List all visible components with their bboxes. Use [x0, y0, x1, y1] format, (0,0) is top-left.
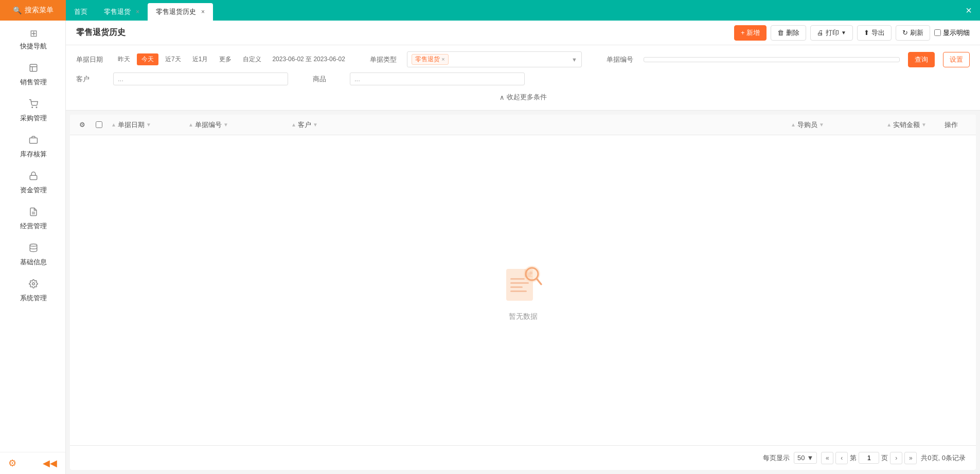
svg-line-17	[537, 279, 541, 284]
svg-point-18	[529, 271, 532, 275]
svg-rect-11	[510, 278, 525, 280]
filter-row-2: 客户 ... 商品 ...	[76, 72, 970, 85]
date-option-last-month[interactable]: 近1月	[188, 53, 213, 65]
main-layout: ⊞ 快捷导航 销售管理 采购管理 库存核算 资金管理	[0, 21, 980, 474]
show-detail-checkbox[interactable]: 显示明细	[934, 28, 970, 38]
tab-home[interactable]: 首页	[66, 3, 96, 21]
th-guide[interactable]: ▲ 导购员 ▼	[787, 120, 869, 130]
export-btn[interactable]: ⬆ 导出	[857, 25, 892, 41]
table-header: ⚙ ▲ 单据日期 ▼ ▲ 单据编号 ▼ ▲ 客户 ▼	[70, 115, 976, 135]
doc-type-tag: 零售退货 ×	[412, 54, 449, 65]
sort-up-icon-3: ▲	[291, 122, 296, 127]
collapse-icon: ∧	[500, 94, 505, 101]
sort-up-icon-2: ▲	[188, 122, 193, 127]
svg-point-7	[30, 244, 37, 247]
window-close-btn[interactable]: ×	[966, 5, 972, 15]
print-icon: 🖨	[817, 29, 824, 37]
doc-type-label: 单据类型	[370, 55, 399, 64]
th-customer[interactable]: ▲ 客户 ▼	[287, 120, 787, 130]
sidebar-item-sales-mgmt[interactable]: 销售管理	[0, 56, 65, 92]
sidebar: ⊞ 快捷导航 销售管理 采购管理 库存核算 资金管理	[0, 21, 66, 474]
show-detail-input[interactable]	[934, 29, 941, 36]
audio-icon[interactable]: ◀◀	[43, 458, 57, 469]
page-prev-btn[interactable]: ‹	[835, 452, 848, 464]
inventory-icon	[29, 135, 38, 147]
sidebar-item-sys-mgmt[interactable]: 系统管理	[0, 272, 65, 308]
empty-text: 暂无数据	[509, 312, 538, 321]
page-next-btn[interactable]: ›	[890, 452, 902, 464]
header-actions: + 新增 🗑 删除 🖨 打印 ▼ ⬆ 导出 ↻ 刷新	[734, 25, 970, 41]
filter-area: 单据日期 昨天 今天 近7天 近1月 更多 自定义 2023-06-02 至 2…	[66, 45, 980, 111]
th-checkbox[interactable]	[91, 121, 107, 128]
filter-row-1: 单据日期 昨天 今天 近7天 近1月 更多 自定义 2023-06-02 至 2…	[76, 51, 970, 67]
date-option-yesterday[interactable]: 昨天	[113, 53, 135, 65]
customer-label: 客户	[76, 75, 105, 84]
refresh-icon: ↻	[902, 29, 908, 37]
settings-icon[interactable]: ⚙	[8, 458, 16, 469]
sort-up-icon-5: ▲	[886, 122, 892, 127]
top-bar-right: ×	[966, 5, 980, 15]
doc-number-input[interactable]	[644, 57, 900, 62]
sidebar-item-finance[interactable]: 资金管理	[0, 164, 65, 200]
sidebar-item-basic-info[interactable]: 基础信息	[0, 236, 65, 272]
date-option-more[interactable]: 更多	[215, 53, 236, 65]
th-amount[interactable]: ▲ 实销金额 ▼	[869, 120, 931, 130]
date-option-last7[interactable]: 近7天	[161, 53, 186, 65]
sidebar-item-quick-nav-label: 快捷导航	[20, 42, 47, 51]
page-last-btn[interactable]: »	[904, 452, 917, 464]
th-settings[interactable]: ⚙	[74, 121, 91, 129]
sort-up-icon-4: ▲	[791, 122, 796, 127]
sidebar-item-ops-mgmt[interactable]: 经营管理	[0, 200, 65, 236]
svg-point-1	[32, 107, 33, 108]
query-btn[interactable]: 查询	[908, 52, 935, 67]
tab-retail-return-history-label: 零售退货历史	[156, 7, 196, 16]
sidebar-item-quick-nav[interactable]: ⊞ 快捷导航	[0, 21, 65, 56]
print-btn[interactable]: 🖨 打印 ▼	[810, 25, 853, 41]
sidebar-item-sys-mgmt-label: 系统管理	[20, 294, 47, 303]
svg-point-2	[36, 107, 37, 108]
ops-mgmt-icon	[29, 207, 38, 219]
top-bar: 🔍 搜索菜单 首页 零售退货 × 零售退货历史 × ×	[0, 0, 980, 21]
tab-retail-return-history-close[interactable]: ×	[201, 8, 205, 15]
doc-type-tag-close[interactable]: ×	[441, 56, 444, 62]
sort-down-icon-4: ▼	[819, 122, 824, 127]
customer-placeholder: ...	[118, 75, 123, 83]
page-summary: 共0页, 0条记录	[921, 453, 966, 463]
sidebar-item-purchase-mgmt[interactable]: 采购管理	[0, 92, 65, 128]
select-all-checkbox[interactable]	[96, 121, 102, 128]
th-number[interactable]: ▲ 单据编号 ▼	[184, 120, 287, 130]
tab-home-label: 首页	[74, 7, 87, 16]
settings-btn[interactable]: 设置	[943, 52, 970, 67]
page-header: 零售退货历史 + 新增 🗑 删除 🖨 打印 ▼ ⬆ 导出 ↻	[66, 21, 980, 45]
date-option-custom[interactable]: 自定义	[238, 53, 266, 65]
per-page-dropdown-icon: ▼	[807, 454, 813, 462]
tab-retail-return-close[interactable]: ×	[136, 8, 139, 15]
sidebar-item-inventory-label: 库存核算	[20, 150, 47, 159]
goods-input[interactable]: ...	[350, 72, 525, 85]
empty-state: 暂无数据	[500, 260, 546, 321]
collapse-btn[interactable]: ∧ 收起更多条件	[76, 90, 970, 104]
search-menu-btn[interactable]: 🔍 搜索菜单	[0, 0, 66, 21]
delete-btn[interactable]: 🗑 删除	[771, 25, 806, 41]
tab-retail-return[interactable]: 零售退货 ×	[96, 3, 148, 21]
export-icon: ⬆	[864, 29, 869, 37]
th-date[interactable]: ▲ 单据日期 ▼	[107, 120, 184, 130]
pagination: 每页显示 50 ▼ « ‹ 第 页 › » 共0页, 0条记录	[70, 445, 976, 470]
print-dropdown-icon: ▼	[841, 30, 846, 35]
page-number-input[interactable]	[859, 452, 879, 464]
per-page-select[interactable]: 50 ▼	[794, 452, 817, 464]
delete-icon: 🗑	[777, 29, 784, 37]
page-title: 零售退货历史	[76, 27, 734, 38]
svg-rect-0	[30, 64, 37, 71]
new-btn[interactable]: + 新增	[734, 25, 767, 41]
page-first-btn[interactable]: «	[821, 452, 833, 464]
date-option-today[interactable]: 今天	[137, 53, 158, 65]
doc-type-select[interactable]: 零售退货 × ▼	[407, 51, 582, 67]
tab-retail-return-history[interactable]: 零售退货历史 ×	[148, 3, 213, 21]
sidebar-item-inventory[interactable]: 库存核算	[0, 128, 65, 164]
goods-label: 商品	[313, 75, 342, 84]
customer-input[interactable]: ...	[113, 72, 288, 85]
doc-number-label: 单据编号	[607, 55, 635, 64]
refresh-btn[interactable]: ↻ 刷新	[896, 25, 930, 41]
empty-illustration	[500, 260, 546, 306]
